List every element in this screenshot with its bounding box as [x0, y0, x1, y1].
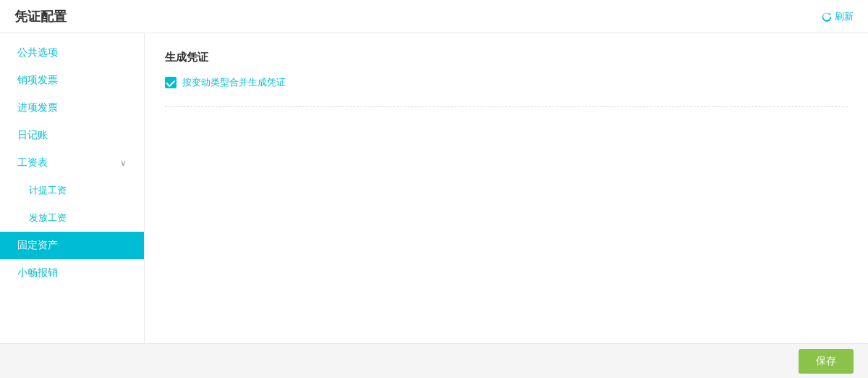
sidebar-item-payroll-calc[interactable]: 计提工资 — [0, 177, 144, 204]
page-title: 凭证配置 — [14, 8, 67, 25]
refresh-button[interactable]: 刷新 — [822, 10, 854, 23]
page-footer: 保存 — [0, 343, 868, 378]
page-header: 凭证配置 刷新 — [0, 0, 868, 33]
refresh-icon — [822, 12, 832, 22]
sidebar-item-label: 计提工资 — [29, 185, 67, 196]
save-button[interactable]: 保存 — [799, 349, 854, 374]
main-layout: 公共选项 销项发票 进项发票 日记账 工资表 ∨ 计提工资 发放工资 固定资产 … — [0, 33, 868, 343]
sidebar-item-label: 小畅报销 — [17, 266, 58, 280]
sidebar-item-label: 发放工资 — [29, 212, 67, 223]
checkbox-label: 按变动类型合并生成凭证 — [182, 76, 286, 89]
section-title: 生成凭证 — [165, 51, 848, 64]
sidebar-item-journal[interactable]: 日记账 — [0, 122, 144, 149]
sidebar-item-label: 销项发票 — [17, 74, 58, 87]
sidebar-item-purchase-invoice[interactable]: 进项发票 — [0, 94, 144, 122]
sidebar-item-label: 固定资产 — [17, 239, 58, 252]
sidebar-item-label: 日记账 — [17, 129, 48, 142]
refresh-label: 刷新 — [835, 10, 854, 23]
content-area: 生成凭证 按变动类型合并生成凭证 — [145, 33, 868, 343]
section-divider — [165, 106, 848, 107]
sidebar-item-expense[interactable]: 小畅报销 — [0, 259, 144, 287]
sidebar-item-public-options[interactable]: 公共选项 — [0, 39, 144, 67]
checkbox-row: 按变动类型合并生成凭证 — [165, 76, 848, 89]
sidebar: 公共选项 销项发票 进项发票 日记账 工资表 ∨ 计提工资 发放工资 固定资产 … — [0, 33, 145, 343]
sidebar-item-label: 公共选项 — [17, 46, 58, 59]
sidebar-item-label: 工资表 — [17, 156, 48, 169]
merge-by-type-checkbox[interactable] — [165, 77, 176, 88]
sidebar-item-fixed-assets[interactable]: 固定资产 — [0, 232, 144, 259]
chevron-down-icon: ∨ — [120, 158, 127, 168]
sidebar-item-payroll-pay[interactable]: 发放工资 — [0, 204, 144, 232]
sidebar-item-payroll[interactable]: 工资表 ∨ — [0, 149, 144, 177]
sidebar-item-label: 进项发票 — [17, 101, 58, 114]
sidebar-item-sales-invoice[interactable]: 销项发票 — [0, 67, 144, 94]
